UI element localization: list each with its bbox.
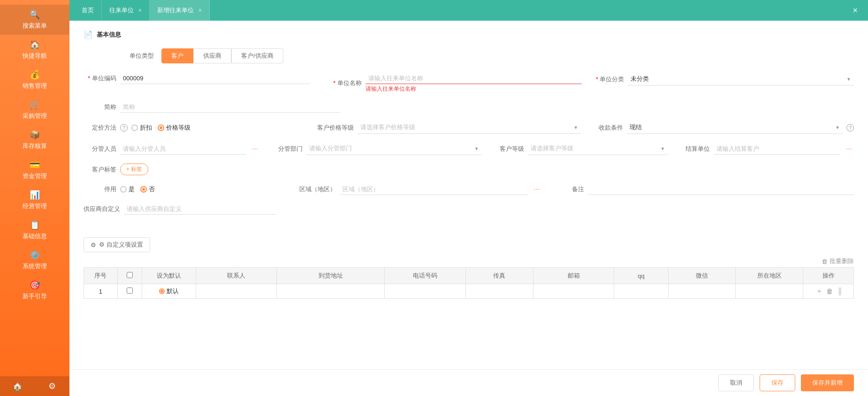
default-radio[interactable]: [159, 288, 165, 294]
short-name-input[interactable]: [120, 101, 340, 113]
col-seq: 序号: [84, 268, 118, 284]
customer-level-value: 请选择客户等级: [531, 144, 661, 153]
sidebar-item-guide[interactable]: 🎯 新手引导: [0, 275, 69, 305]
form-row-2: 简称: [84, 101, 854, 113]
supplier-custom-input[interactable]: [124, 203, 276, 215]
home-icon: 🏠: [30, 39, 40, 50]
sidebar-item-search[interactable]: 🔍 搜索菜单: [0, 5, 69, 35]
sidebar-item-quicknav[interactable]: 🏠 快捷导航: [0, 35, 69, 65]
tabbar-close-btn[interactable]: ×: [847, 6, 863, 16]
sidebar-item-label: 采购管理: [23, 112, 47, 120]
customer-level-select[interactable]: 请选择客户等级 ▼: [528, 142, 668, 155]
wx-input[interactable]: [673, 288, 731, 295]
sidebar-item-purchase[interactable]: 🛒 采购管理: [0, 95, 69, 125]
field-unit-name: 单位名称 请输入往来单位名称: [310, 73, 582, 93]
unit-category-select[interactable]: 未分类 ▼: [628, 73, 854, 85]
section-title: 📄 基本信息: [84, 30, 854, 39]
payment-terms-chevron: ▼: [835, 125, 840, 130]
pricing-discount-label: 折扣: [140, 124, 152, 132]
sidebar-item-system[interactable]: ⚙️ 系统管理: [0, 245, 69, 275]
settlement-more-btn[interactable]: ···: [844, 145, 854, 153]
sidebar-home-btn[interactable]: 🏠: [0, 376, 35, 396]
form-row-4: 分管人员 ··· 分管部门 请输入分管部门 ▼ 客户等级 请选择客户等级 ▼: [84, 142, 854, 155]
region-label: 区域（地区）: [299, 185, 336, 194]
row-scroll-btn[interactable]: ▐: [837, 287, 841, 295]
custom-settings-btn[interactable]: ⚙ ⚙ 自定义项设置: [84, 237, 150, 252]
short-name-label: 简称: [84, 103, 116, 111]
tab-new-partner-close[interactable]: ×: [198, 7, 202, 14]
col-default: 设为默认: [142, 268, 196, 284]
pricing-discount[interactable]: 折扣: [131, 124, 152, 132]
pricing-label: 定价方法: [84, 124, 116, 132]
btn-supplier[interactable]: 供应商: [193, 48, 231, 63]
tab-partners[interactable]: 往来单位 ×: [102, 0, 150, 21]
sidebar-item-sales[interactable]: 💰 销售管理: [0, 65, 69, 95]
email-input[interactable]: [538, 288, 609, 295]
region-input[interactable]: [340, 184, 528, 195]
add-tag-btn[interactable]: + 标签: [120, 163, 148, 175]
content-area: 📄 基本信息 单位类型 客户 供应商 客户/供应商 单位编码 单位名称: [69, 21, 868, 369]
field-unit-code: 单位编码: [84, 73, 310, 84]
manager-more-btn[interactable]: ···: [250, 145, 260, 153]
manager-input[interactable]: [120, 143, 246, 155]
tab-partners-close[interactable]: ×: [138, 7, 142, 14]
tab-new-partner[interactable]: 新增往来单位 ×: [150, 0, 210, 21]
addr-input[interactable]: [282, 288, 380, 295]
form-section: 📄 基本信息 单位类型 客户 供应商 客户/供应商 单位编码 单位名称: [69, 21, 868, 233]
tab-home[interactable]: 首页: [74, 0, 102, 21]
col-region: 所在地区: [736, 268, 803, 284]
unit-type-label: 单位类型: [121, 52, 154, 60]
contact-input[interactable]: [201, 288, 272, 295]
unit-category-value: 未分类: [631, 75, 846, 83]
pricing-level-radio: [158, 124, 164, 131]
sidebar-item-operation[interactable]: 📊 经营管理: [0, 185, 69, 215]
unit-name-input[interactable]: [365, 73, 582, 84]
row-qq: [614, 284, 668, 299]
row-addr: [277, 284, 385, 299]
qq-input[interactable]: [619, 288, 663, 295]
sidebar-item-finance[interactable]: 💳 资金管理: [0, 155, 69, 185]
pricing-level[interactable]: 价格等级: [158, 124, 190, 132]
supplier-custom-label: 供应商自定义: [84, 205, 120, 213]
row-checkbox[interactable]: [127, 287, 133, 294]
settlement-input[interactable]: [714, 143, 840, 155]
payment-terms-help-icon[interactable]: ?: [846, 124, 854, 132]
col-op: 操作: [803, 268, 854, 284]
select-all-checkbox[interactable]: [127, 272, 133, 278]
save-new-button[interactable]: 保存并新增: [801, 374, 854, 391]
save-button[interactable]: 保存: [760, 374, 795, 391]
disabled-no[interactable]: 否: [140, 185, 155, 194]
tab-partners-label: 往来单位: [109, 6, 134, 15]
sidebar-item-label: 资金管理: [23, 172, 47, 180]
btn-customer[interactable]: 客户: [161, 48, 193, 63]
sidebar-item-inventory[interactable]: 📦 库存核算: [0, 125, 69, 155]
payment-terms-select[interactable]: 现结 ▼: [627, 121, 843, 134]
note-input[interactable]: [588, 184, 854, 195]
unit-name-label: 单位名称: [329, 79, 362, 87]
row-delete-btn[interactable]: 🗑: [826, 287, 833, 295]
sidebar-settings-btn[interactable]: ⚙: [35, 376, 69, 396]
region-table-input[interactable]: [740, 288, 798, 295]
customer-price-level-select[interactable]: 请选择客户价格等级 ▼: [358, 121, 581, 134]
table-section: 🗑 批量删除 序号 设为默认 联系人 到货地址 电话号码 传真 邮箱 qq: [69, 257, 868, 299]
field-customer-tag: 客户标签 + 标签: [84, 163, 276, 175]
disabled-yes-radio: [120, 186, 127, 193]
batch-delete-btn[interactable]: 🗑 批量删除: [822, 257, 854, 265]
form-row-5: 客户标签 + 标签: [84, 163, 854, 175]
sidebar-item-basic[interactable]: 📋 基础信息: [0, 215, 69, 245]
form-row-6: 停用 是 否 区域（地区） ···: [84, 184, 854, 195]
btn-both[interactable]: 客户/供应商: [231, 48, 283, 63]
department-select[interactable]: 请输入分管部门 ▼: [306, 142, 482, 155]
pricing-help-icon[interactable]: ?: [120, 124, 128, 132]
field-department: 分管部门 请输入分管部门 ▼: [270, 142, 482, 155]
region-more-btn[interactable]: ···: [532, 185, 541, 194]
default-label: 默认: [167, 287, 179, 295]
fax-input[interactable]: [471, 288, 528, 295]
phone-input[interactable]: [389, 288, 461, 295]
unit-code-input[interactable]: [120, 73, 310, 84]
disabled-yes-label: 是: [129, 185, 135, 194]
disabled-yes[interactable]: 是: [120, 185, 135, 194]
name-field-wrap: 请输入往来单位名称: [365, 73, 582, 93]
row-add-btn[interactable]: ＋: [816, 287, 822, 295]
cancel-button[interactable]: 取消: [718, 374, 754, 391]
